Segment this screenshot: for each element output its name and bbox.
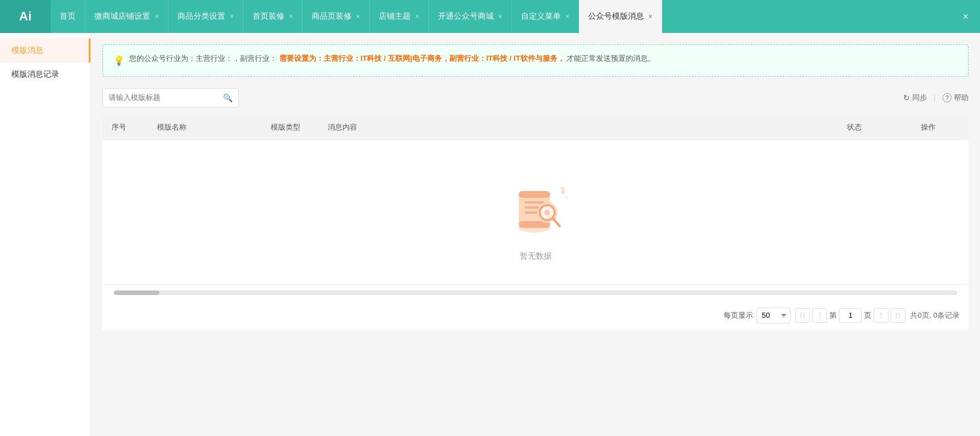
help-button[interactable]: ? 帮助 <box>942 93 969 103</box>
page-number-input[interactable] <box>839 308 862 323</box>
last-page-button[interactable]: ⟩⟩ <box>891 308 905 323</box>
notice-box: 💡 您的公众号行业为：主营行业：，副营行业： 需要设置为：主营行业：IT科技 /… <box>102 44 969 77</box>
toolbar-actions: ↻ 同步 | ? 帮助 <box>903 93 969 103</box>
sync-icon: ↻ <box>903 93 910 102</box>
nav-tab-open-wechat-store-close[interactable]: × <box>498 13 502 20</box>
page-label-after: 页 <box>864 310 871 321</box>
toolbar-divider: | <box>934 93 936 102</box>
nav-tab-product-page-decor-close[interactable]: × <box>356 13 360 20</box>
nav-tab-custom-menu-label: 自定义菜单 <box>521 11 561 22</box>
col-action: 操作 <box>912 115 969 140</box>
sync-label: 同步 <box>912 93 927 103</box>
notice-suffix: 才能正常发送预置的消息。 <box>567 54 655 63</box>
app-logo: Ai <box>0 0 51 33</box>
bulb-icon: 💡 <box>113 53 125 68</box>
scroll-bar-container <box>102 284 969 301</box>
table-header: 序号 模版名称 模版类型 消息内容 状态 操作 <box>102 115 969 140</box>
global-close-button[interactable]: × <box>951 0 980 33</box>
nav-tab-product-page-decor[interactable]: 商品页装修 × <box>303 0 370 33</box>
data-table-wrapper: 序号 模版名称 模版类型 消息内容 状态 操作 <box>102 115 969 330</box>
nav-tab-product-category[interactable]: 商品分类设置 × <box>168 0 243 33</box>
col-status: 状态 <box>838 115 912 140</box>
prev-page-button[interactable]: ⟨ <box>812 308 827 323</box>
nav-tab-store-theme[interactable]: 店铺主题 × <box>370 0 429 33</box>
nav-tab-template-msg-label: 公众号模版消息 <box>588 11 644 22</box>
logo-text: Ai <box>19 9 32 24</box>
nav-tab-store-theme-label: 店铺主题 <box>379 11 411 22</box>
svg-rect-2 <box>519 191 550 198</box>
help-icon: ? <box>942 93 952 102</box>
table-body: ✦ 暂无数据 <box>102 139 969 284</box>
per-page-dropdown[interactable]: 10 20 50 100 <box>756 308 791 323</box>
nav-tab-open-wechat-store-label: 开通公众号商城 <box>438 11 494 22</box>
sidebar-item-template-message-label: 模版消息 <box>11 45 43 55</box>
nav-tab-product-category-label: 商品分类设置 <box>177 11 225 22</box>
nav-tab-custom-menu[interactable]: 自定义菜单 × <box>512 0 579 33</box>
page-label-before: 第 <box>829 310 837 321</box>
col-type: 模版类型 <box>262 115 319 140</box>
nav-tabs: 首页 微商城店铺设置 × 商品分类设置 × 首页装修 × 商品页装修 × 店铺主… <box>51 0 951 33</box>
nav-tab-product-category-close[interactable]: × <box>230 13 234 20</box>
col-content: 消息内容 <box>319 115 838 140</box>
horizontal-scrollbar[interactable] <box>114 290 957 295</box>
pagination: 每页显示 10 20 50 100 ⟨⟨ ⟨ 第 页 ⟩ ⟩⟩ <box>102 301 969 330</box>
nav-tab-open-wechat-store[interactable]: 开通公众号商城 × <box>429 0 512 33</box>
sidebar-item-template-message[interactable]: 模版消息 <box>0 39 90 63</box>
svg-rect-4 <box>524 201 544 204</box>
nav-tab-wechat-store-label: 微商城店铺设置 <box>94 11 150 22</box>
search-box[interactable]: 🔍 <box>102 88 239 107</box>
toolbar: 🔍 ↻ 同步 | ? 帮助 <box>102 88 969 107</box>
data-table: 序号 模版名称 模版类型 消息内容 状态 操作 <box>102 115 969 284</box>
content-area: 💡 您的公众号行业为：主营行业：，副营行业： 需要设置为：主营行业：IT科技 /… <box>91 33 980 436</box>
nav-tab-template-msg[interactable]: 公众号模版消息 × <box>579 0 662 33</box>
col-index: 序号 <box>102 115 148 140</box>
svg-point-13 <box>565 197 568 199</box>
per-page-label: 每页显示 <box>723 310 753 321</box>
svg-text:✦: ✦ <box>561 186 565 192</box>
nav-tab-template-msg-close[interactable]: × <box>648 13 652 20</box>
sidebar-item-template-message-record-label: 模版消息记录 <box>11 69 59 78</box>
help-label: 帮助 <box>954 93 969 103</box>
top-nav: Ai 首页 微商城店铺设置 × 商品分类设置 × 首页装修 × 商品页装修 × … <box>0 0 980 33</box>
notice-highlight: 需要设置为：主营行业：IT科技 / 互联网|电子商务，副营行业：IT科技 / I… <box>279 54 565 63</box>
main-layout: 模版消息 模版消息记录 💡 您的公众号行业为：主营行业：，副营行业： 需要设置为… <box>0 33 980 436</box>
per-page-select: 每页显示 10 20 50 100 <box>723 308 791 323</box>
nav-tab-homepage-decor-label: 首页装修 <box>253 11 284 22</box>
svg-line-10 <box>553 219 560 226</box>
search-icon[interactable]: 🔍 <box>223 93 233 102</box>
nav-tab-homepage-decor[interactable]: 首页装修 × <box>243 0 303 33</box>
nav-tab-store-theme-close[interactable]: × <box>415 13 419 20</box>
nav-tab-wechat-store[interactable]: 微商城店铺设置 × <box>85 0 168 33</box>
col-name: 模版名称 <box>148 115 262 140</box>
sync-button[interactable]: ↻ 同步 <box>903 93 927 103</box>
search-input[interactable] <box>109 93 223 102</box>
sidebar-item-template-message-record[interactable]: 模版消息记录 <box>0 63 90 86</box>
first-page-button[interactable]: ⟨⟨ <box>795 308 810 323</box>
notice-prefix: 您的公众号行业为：主营行业：，副营行业： <box>129 54 277 63</box>
nav-tab-product-page-decor-label: 商品页装修 <box>312 11 352 22</box>
nav-tab-home-label: 首页 <box>60 11 76 22</box>
notice-text: 您的公众号行业为：主营行业：，副营行业： 需要设置为：主营行业：IT科技 / 互… <box>129 53 655 65</box>
total-info: 共0页, 0条记录 <box>910 310 960 321</box>
empty-text: 暂无数据 <box>520 251 552 261</box>
next-page-button[interactable]: ⟩ <box>874 308 888 323</box>
scrollbar-thumb[interactable] <box>114 290 159 295</box>
sidebar: 模版消息 模版消息记录 <box>0 33 91 436</box>
nav-tab-wechat-store-close[interactable]: × <box>155 13 159 20</box>
nav-tab-custom-menu-close[interactable]: × <box>565 13 569 20</box>
empty-icon: ✦ <box>502 174 570 242</box>
empty-state: ✦ 暂无数据 <box>102 140 969 284</box>
nav-tab-homepage-decor-close[interactable]: × <box>289 13 293 20</box>
svg-point-11 <box>544 210 550 215</box>
nav-tab-home[interactable]: 首页 <box>51 0 85 33</box>
page-controls: ⟨⟨ ⟨ 第 页 ⟩ ⟩⟩ <box>795 308 905 323</box>
